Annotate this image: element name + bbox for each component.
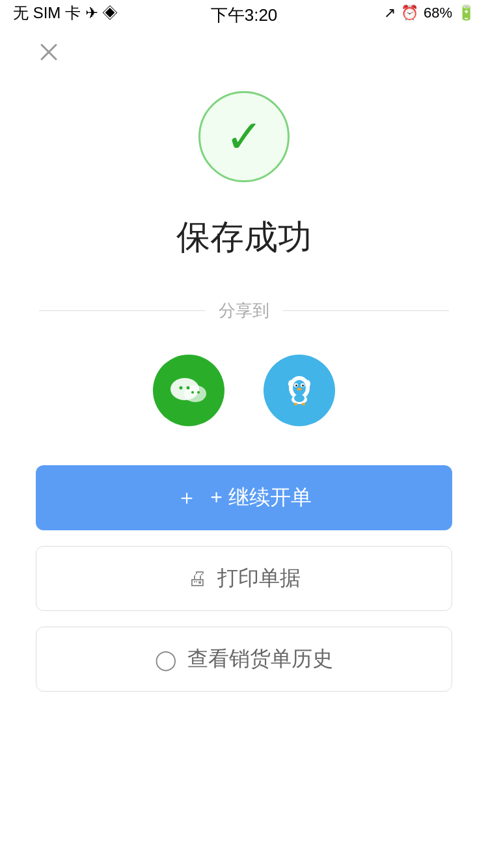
svg-point-20 bbox=[305, 380, 310, 388]
svg-point-19 bbox=[288, 380, 293, 388]
divider-line-left bbox=[39, 310, 206, 311]
svg-rect-17 bbox=[294, 403, 297, 405]
svg-point-7 bbox=[197, 391, 200, 394]
alarm-icon: ⏰ bbox=[401, 5, 418, 21]
status-time: 下午3:20 bbox=[211, 4, 278, 27]
print-button[interactable]: 🖨 打印单据 bbox=[36, 546, 452, 611]
save-title: 保存成功 bbox=[176, 215, 312, 260]
close-button[interactable] bbox=[33, 36, 65, 68]
status-right: ↗ ⏰ 68% 🔋 bbox=[384, 5, 475, 21]
status-left: 无 SIM 卡 ✈ ◈ bbox=[13, 3, 118, 23]
svg-point-6 bbox=[191, 391, 194, 394]
divider-line-right bbox=[282, 310, 449, 311]
share-label: 分享到 bbox=[219, 299, 269, 322]
history-label: 查看销货单历史 bbox=[187, 645, 333, 673]
main-content: ✓ 保存成功 分享到 bbox=[0, 26, 488, 692]
history-button[interactable]: ◯ 查看销货单历史 bbox=[36, 627, 452, 692]
battery-level: 68% bbox=[424, 5, 452, 21]
battery-icon: 🔋 bbox=[457, 5, 475, 21]
location-icon: ↗ bbox=[384, 5, 396, 21]
status-bar: 无 SIM 卡 ✈ ◈ 下午3:20 ↗ ⏰ 68% 🔋 bbox=[0, 0, 488, 26]
svg-point-13 bbox=[302, 385, 304, 387]
print-label: 打印单据 bbox=[217, 564, 301, 593]
continue-button[interactable]: ＋ + 继续开单 bbox=[36, 465, 452, 530]
svg-point-4 bbox=[179, 386, 182, 389]
printer-icon: 🖨 bbox=[187, 567, 207, 590]
svg-point-14 bbox=[297, 388, 301, 390]
svg-point-12 bbox=[295, 385, 297, 387]
qq-share-button[interactable] bbox=[264, 355, 335, 426]
clock-icon: ◯ bbox=[155, 648, 177, 671]
continue-label: + 继续开单 bbox=[210, 483, 312, 512]
svg-rect-18 bbox=[302, 403, 305, 405]
svg-point-5 bbox=[186, 386, 189, 389]
svg-point-16 bbox=[294, 394, 305, 402]
plus-icon: ＋ bbox=[176, 483, 197, 512]
wechat-share-button[interactable] bbox=[153, 355, 224, 426]
share-icons bbox=[153, 355, 335, 426]
action-buttons: ＋ + 继续开单 🖨 打印单据 ◯ 查看销货单历史 bbox=[36, 465, 452, 692]
share-section: 分享到 bbox=[0, 299, 488, 426]
checkmark-icon: ✓ bbox=[225, 114, 264, 159]
success-circle: ✓ bbox=[198, 91, 290, 182]
share-divider: 分享到 bbox=[0, 299, 488, 322]
